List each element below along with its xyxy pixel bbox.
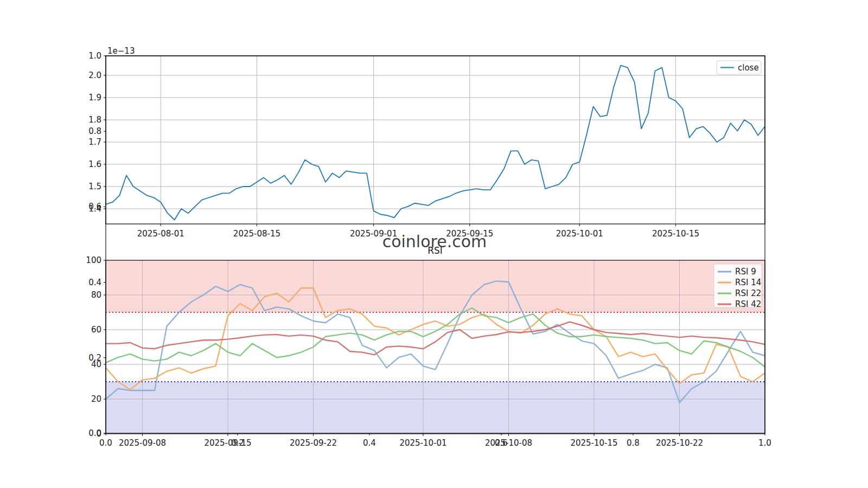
y-tick-label: 0.4 xyxy=(88,278,101,287)
x-tick-label: 2025-09-08 xyxy=(119,438,166,448)
chart-figure: 0.00.20.40.60.81.01.41.51.61.71.81.92.00… xyxy=(0,0,868,488)
x-tick-label: 2025-08-15 xyxy=(233,229,280,239)
x-tick-label: 2025-10-01 xyxy=(399,438,446,448)
y-tick-label: 100 xyxy=(86,255,101,265)
x-tick-label: 2025-10-01 xyxy=(556,229,603,239)
rsi-legend-label: RSI 9 xyxy=(735,267,756,277)
y-axis-offset-label: 1e−13 xyxy=(107,46,135,56)
oversold-band xyxy=(106,382,765,434)
x-tick-label: 2025-10-15 xyxy=(652,229,699,239)
y-tick-label: 60 xyxy=(91,325,101,335)
x-tick-label: 0.4 xyxy=(363,438,376,448)
rsi-legend-label: RSI 14 xyxy=(735,278,761,287)
y-tick-label: 1.8 xyxy=(88,115,101,125)
rsi-title: RSI xyxy=(427,245,443,256)
x-tick-label: 0.8 xyxy=(627,438,640,448)
x-tick-label: 2025-09-15 xyxy=(204,438,251,448)
y-tick-label: 1.0 xyxy=(88,51,101,61)
y-tick-label: 0 xyxy=(96,429,101,439)
rsi-legend-label: RSI 42 xyxy=(735,299,761,309)
x-tick-label: 2025-10-15 xyxy=(570,438,617,448)
y-tick-label: 2.0 xyxy=(88,70,101,80)
rsi-legend-label: RSI 22 xyxy=(735,288,761,298)
figure-canvas: 0.00.20.40.60.81.01.41.51.61.71.81.92.00… xyxy=(0,0,868,488)
x-tick-label: 0.6 xyxy=(495,438,508,448)
y-tick-label: 80 xyxy=(91,290,101,300)
y-tick-label: 0.8 xyxy=(88,126,101,136)
y-tick-label: 1.7 xyxy=(88,137,101,147)
x-tick-label: 0.0 xyxy=(99,438,112,448)
x-tick-label: 2025-10-08 xyxy=(485,438,532,448)
x-tick-label: 2025-09-22 xyxy=(290,438,337,448)
y-tick-label: 1.5 xyxy=(88,182,101,191)
x-tick-label: 2025-10-22 xyxy=(656,438,703,448)
x-tick-label: 0.2 xyxy=(231,438,244,448)
y-tick-label: 20 xyxy=(91,394,101,404)
y-tick-label: 1.4 xyxy=(88,204,101,214)
close-legend-label: close xyxy=(738,63,759,73)
y-tick-label: 40 xyxy=(91,359,101,369)
x-tick-label: 2025-08-01 xyxy=(137,229,184,239)
overbought-band xyxy=(106,260,765,312)
x-tick-label: 1.0 xyxy=(758,438,771,448)
y-tick-label: 1.9 xyxy=(88,93,101,102)
y-tick-label: 1.6 xyxy=(88,159,101,169)
